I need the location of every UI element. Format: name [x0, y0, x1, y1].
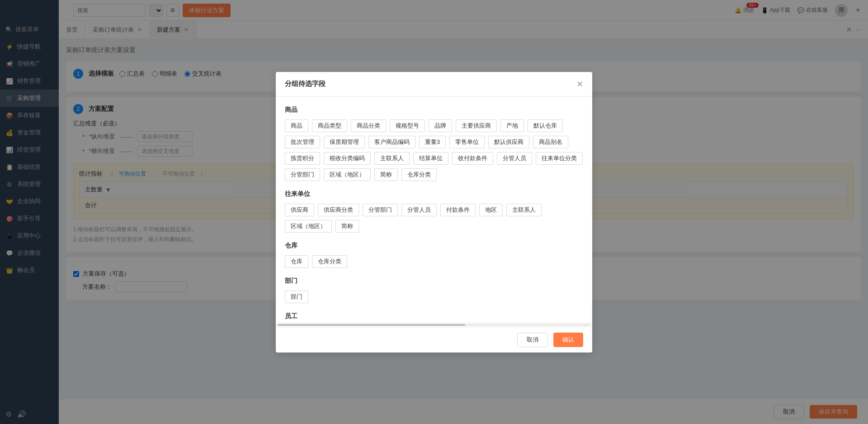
field-group-partner: 往来单位 供应商 供应商分类 分管部门 分管人员 付款条件 地区 主联系人 区域…: [285, 190, 583, 233]
modal-body: 商品 商品 商品类型 商品分类 规格型号 品牌 主要供应商 产地 默认仓库 批次…: [276, 97, 592, 323]
modal-confirm-button[interactable]: 确认: [553, 333, 583, 347]
field-tag-product-19[interactable]: 收付款条件: [452, 152, 493, 165]
field-tag-product-10[interactable]: 客户商品编码: [368, 136, 415, 148]
modal-overlay[interactable]: 分组待选字段 ✕ 商品 商品 商品类型 商品分类 规格型号 品牌 主要供应商 产…: [0, 0, 868, 424]
field-tag-product-18[interactable]: 结算单位: [413, 152, 448, 165]
field-tag-partner-8[interactable]: 简称: [335, 220, 359, 233]
field-tag-product-14[interactable]: 商品别名: [533, 136, 568, 148]
field-tag-product-7[interactable]: 默认仓库: [528, 119, 563, 132]
modal-cancel-button[interactable]: 取消: [517, 333, 548, 347]
field-group-department: 部门 部门: [285, 277, 583, 303]
field-tag-product-20[interactable]: 分管人员: [497, 152, 532, 165]
field-tag-product-11[interactable]: 重量3: [419, 136, 446, 148]
field-tags-product: 商品 商品类型 商品分类 规格型号 品牌 主要供应商 产地 默认仓库 批次管理 …: [285, 119, 583, 181]
field-tags-partner: 供应商 供应商分类 分管部门 分管人员 付款条件 地区 主联系人 区域（地区） …: [285, 204, 583, 233]
field-tag-product-3[interactable]: 规格型号: [390, 119, 425, 132]
field-tag-warehouse-1[interactable]: 仓库分类: [312, 255, 347, 268]
field-group-warehouse: 仓库 仓库 仓库分类: [285, 242, 583, 268]
field-tag-partner-7[interactable]: 区域（地区）: [285, 220, 332, 233]
field-tag-partner-0[interactable]: 供应商: [285, 204, 314, 216]
field-group-product-title: 商品: [285, 106, 583, 114]
field-tag-product-4[interactable]: 品牌: [429, 119, 452, 132]
field-group-department-title: 部门: [285, 277, 583, 285]
field-tag-product-23[interactable]: 区域（地区）: [324, 168, 371, 181]
modal-hscrollbar[interactable]: [276, 323, 592, 327]
field-group-employee: 员工 业务员: [285, 312, 583, 323]
field-group-employee-title: 员工: [285, 312, 583, 320]
field-tag-product-5[interactable]: 主要供应商: [456, 119, 497, 132]
field-tag-partner-5[interactable]: 地区: [479, 204, 503, 216]
field-tag-partner-6[interactable]: 主联系人: [506, 204, 542, 216]
field-tag-product-12[interactable]: 零售单位: [449, 136, 485, 148]
field-tag-partner-3[interactable]: 分管人员: [401, 204, 437, 216]
modal-close-button[interactable]: ✕: [576, 79, 583, 89]
field-tags-department: 部门: [285, 291, 583, 303]
field-tag-product-21[interactable]: 往来单位分类: [536, 152, 583, 165]
modal-title: 分组待选字段: [285, 80, 326, 88]
field-tag-warehouse-0[interactable]: 仓库: [285, 255, 308, 268]
field-tag-product-2[interactable]: 商品分类: [351, 119, 386, 132]
field-tag-partner-1[interactable]: 供应商分类: [318, 204, 359, 216]
field-tags-warehouse: 仓库 仓库分类: [285, 255, 583, 268]
field-tag-product-24[interactable]: 简称: [374, 168, 398, 181]
field-tag-product-13[interactable]: 默认供应商: [488, 136, 529, 148]
field-tag-product-15[interactable]: 拣货积分: [285, 152, 320, 165]
field-tag-product-6[interactable]: 产地: [500, 119, 524, 132]
field-tag-product-17[interactable]: 主联系人: [374, 152, 410, 165]
field-tag-product-22[interactable]: 分管部门: [285, 168, 320, 181]
field-tag-product-0[interactable]: 商品: [285, 119, 308, 132]
modal-header: 分组待选字段 ✕: [276, 72, 592, 97]
field-tag-department-0[interactable]: 部门: [285, 291, 308, 303]
field-tag-partner-4[interactable]: 付款条件: [440, 204, 476, 216]
field-tag-product-16[interactable]: 税收分类编码: [324, 152, 371, 165]
field-tag-product-25[interactable]: 仓库分类: [401, 168, 437, 181]
modal-footer: 取消 确认: [276, 327, 592, 353]
field-group-warehouse-title: 仓库: [285, 242, 583, 250]
modal-dialog: 分组待选字段 ✕ 商品 商品 商品类型 商品分类 规格型号 品牌 主要供应商 产…: [276, 72, 592, 353]
field-group-product: 商品 商品 商品类型 商品分类 规格型号 品牌 主要供应商 产地 默认仓库 批次…: [285, 106, 583, 181]
field-group-partner-title: 往来单位: [285, 190, 583, 198]
field-tag-partner-2[interactable]: 分管部门: [363, 204, 398, 216]
field-tag-product-9[interactable]: 保质期管理: [324, 136, 365, 148]
field-tag-product-1[interactable]: 商品类型: [312, 119, 347, 132]
hscroll-track: [278, 324, 590, 326]
field-tag-product-8[interactable]: 批次管理: [285, 136, 320, 148]
hscroll-thumb: [278, 324, 465, 326]
